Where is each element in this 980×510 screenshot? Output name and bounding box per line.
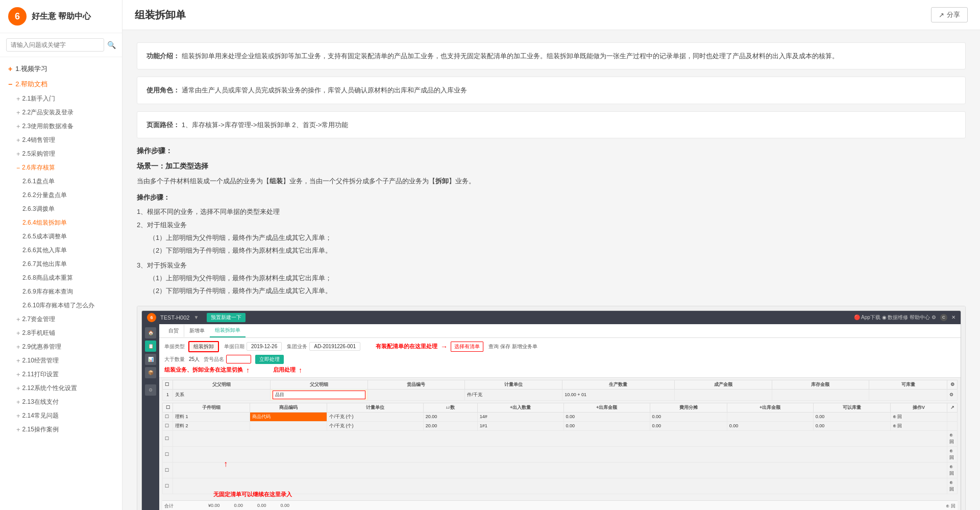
mock-lth-10: 操作V — [890, 403, 947, 412]
feature-intro-text: 组装拆卸单用来处理企业组装或拆卸等加工业务，支持有固定装配清单的产品加工业务，也… — [182, 52, 839, 60]
mock-th-8: 可库量 — [869, 380, 947, 389]
expand-icon: + — [16, 371, 20, 378]
logo-bar: 6 好生意 帮助中心 — [0, 0, 122, 33]
annotation-arrow-2: ↑ — [246, 366, 250, 374]
role-label: 使用角色： — [146, 86, 180, 94]
mock-tab-home: 自贸 — [163, 325, 184, 337]
sidebar-item-2-9[interactable]: + 2.9优惠券管理 — [0, 340, 122, 354]
mock-td-cb: 1 — [163, 389, 173, 400]
mock-ltd2-op1: ⊕ 回 — [890, 421, 947, 430]
ops-steps-title: 操作步骤： — [137, 147, 966, 156]
sidebar-leaf-2-6-5[interactable]: 2.6.5成本调整单 — [0, 230, 122, 244]
expand-icon: + — [16, 136, 20, 144]
mock-td-1: 关系 — [173, 389, 271, 400]
mock-ltd4-cb: ☐ — [163, 446, 173, 462]
share-button[interactable]: ↗ 分享 — [931, 7, 968, 22]
search-bar: 🔍 — [0, 33, 122, 57]
mock-avatar: C — [940, 314, 947, 321]
mock-table-area: ☐ 父父明细 父父明细 货品编号 计量单位 生产数量 成产金额 库存金额 — [159, 378, 961, 510]
mock-ltd-avail: 0.00 — [813, 412, 890, 421]
sidebar-item-label: 2.5采购管理 — [22, 150, 56, 158]
sidebar-leaf-2-6-4[interactable]: 2.6.4组装拆卸单 — [0, 216, 122, 230]
mock-sidebar-icon-1: 🏠 — [145, 327, 156, 338]
mock-lth-8: +出库金额 — [727, 403, 813, 412]
sidebar-item-2-15[interactable]: + 2.15操作案例 — [0, 423, 122, 436]
sidebar-item-label: 2.12系统个性化设置 — [22, 384, 77, 393]
sidebar-leaf-2-6-8[interactable]: 2.6.8商品成本重算 — [0, 271, 122, 285]
sidebar-item-2-13[interactable]: + 2.13在线支付 — [0, 395, 122, 409]
mock-date-value: 2019-12-26 — [247, 342, 282, 351]
mock-ltd5-cb: ☐ — [163, 462, 173, 478]
sidebar-leaf-2-6-3[interactable]: 2.6.3调拨单 — [0, 202, 122, 216]
mock-lower-section: ☐ 子件明细 商品编码 计量单位 ㄩ数 +出入数量 +出库金额 — [162, 403, 958, 494]
mock-ltd2-unit: 个/千克 (个) — [327, 421, 423, 430]
mock-ltd3-op: ⊕ 回 — [947, 430, 958, 446]
mock-td-4: 件/千克 — [465, 389, 562, 400]
mock-sidebar-icon-3: 📊 — [145, 354, 156, 365]
sidebar-item-2-12[interactable]: + 2.12系统个性化设置 — [0, 381, 122, 395]
sidebar-item-video[interactable]: + 1.视频学习 — [0, 61, 122, 77]
mock-ltd2-op2 — [947, 421, 958, 430]
sidebar-item-2-1[interactable]: + 2.1新手入门 — [0, 92, 122, 106]
sidebar-leaf-2-6-7[interactable]: 2.6.7其他出库单 — [0, 257, 122, 271]
feature-intro-block: 功能介绍： 组装拆卸单用来处理企业组装或拆卸等加工业务，支持有固定装配清单的产品… — [137, 42, 966, 69]
sidebar-item-2-14[interactable]: + 2.14常见问题 — [0, 409, 122, 423]
mock-version: ▼ — [193, 314, 199, 320]
mock-goods-input — [226, 355, 251, 363]
sidebar-item-2-11[interactable]: + 2.11打印设置 — [0, 368, 122, 381]
mock-td-8 — [869, 389, 947, 400]
mock-ltd6-op: ⊕ 回 — [947, 478, 958, 494]
sidebar-item-2-7[interactable]: + 2.7资金管理 — [0, 312, 122, 326]
step-2-sub2: （2）下部明细为子件明细，最终作为原材料生成其它出库单。 — [137, 245, 966, 257]
role-block: 使用角色： 通常由生产人员或库管人员完成拆装业务的操作，库管人员确认原材料的出库… — [137, 77, 966, 104]
sidebar-leaf-2-6-10[interactable]: 2.6.10库存账本错了怎么办 — [0, 299, 122, 312]
step-3-sub1: （1）上部明细为父件明细，最终作为原材料生成其它出库单； — [137, 272, 966, 285]
table-row: ☐ ⊕ 回 — [163, 446, 958, 462]
sidebar-item-2-2[interactable]: + 2.2产品安装及登录 — [0, 106, 122, 119]
table-row: ☐ 理料 1 商品代码 个/千克 (个) 20.00 14# 0.00 — [163, 412, 958, 421]
sidebar-leaf-2-6-9[interactable]: 2.6.9库存账本查询 — [0, 285, 122, 299]
mock-logo: 6 — [147, 313, 156, 322]
expand-icon: + — [16, 398, 20, 406]
sidebar-item-docs[interactable]: − 2.帮助文档 — [0, 77, 122, 92]
mock-td-6 — [674, 389, 772, 400]
sidebar-item-2-3[interactable]: + 2.3使用前数据准备 — [0, 119, 122, 133]
annotation-text-4: 无固定清单可以继续在这里录入 — [213, 491, 292, 498]
sidebar-leaf-2-6-6[interactable]: 2.6.6其他入库单 — [0, 244, 122, 257]
sidebar-leaf-2-6-1[interactable]: 2.6.1盘点单 — [0, 175, 122, 188]
logo-text: 好生意 帮助中心 — [32, 11, 91, 22]
mock-id-field: 集团业务 AD-20191226-001 — [287, 342, 360, 351]
path-block: 页面路径： 1、库存核算->库存管理->组装拆卸单 2、首页->常用功能 — [137, 111, 966, 138]
sidebar-item-2-5[interactable]: + 2.5采购管理 — [0, 147, 122, 161]
table-row: ☐ 理料 2 个/千克 (个) 20.00 1#1 0.00 — [163, 421, 958, 430]
sidebar-item-2-8[interactable]: + 2.8手机旺铺 — [0, 326, 122, 340]
mock-ltd-code: 商品代码 — [250, 412, 327, 421]
mock-th-7: 库存金额 — [772, 380, 869, 389]
mock-goods-label: 货号品名 — [204, 356, 224, 363]
sidebar-item-label: 2.7资金管理 — [22, 315, 56, 324]
search-input[interactable] — [6, 38, 104, 52]
sidebar-item-2-4[interactable]: + 2.4销售管理 — [0, 133, 122, 147]
mock-upper-table: ☐ 父父明细 父父明细 货品编号 计量单位 生产数量 成产金额 库存金额 — [162, 380, 958, 401]
step-2-sub1: （1）上部明细为父件明细，最终作为产成品生成其它入库单； — [137, 232, 966, 245]
search-button[interactable]: 🔍 — [107, 41, 116, 49]
mock-td-ops: ⚙ — [947, 389, 958, 400]
scenario-1-title: 场景一：加工类型选择 — [137, 162, 966, 171]
scenario-1-desc: 当由多个子件材料组装成一个成品的业务为【组装】业务，当由一个父件拆分成多个子产品… — [137, 175, 966, 188]
mock-lth-exp: ↗ — [947, 403, 958, 412]
mock-th-ops: ⚙ — [947, 380, 958, 389]
page-title: 组装拆卸单 — [135, 8, 186, 22]
sidebar-leaf-2-6-2[interactable]: 2.6.2分量盘点单 — [0, 188, 122, 202]
sidebar-item-2-6[interactable]: − 2.6库存核算 — [0, 161, 122, 175]
step-1-text: 1、根据不同的业务，选择不同单据的类型来处理 — [137, 207, 966, 216]
mock-lower-table: ☐ 子件明细 商品编码 计量单位 ㄩ数 +出入数量 +出库金额 — [162, 403, 958, 494]
expand-icon: + — [16, 109, 20, 116]
sidebar-item-2-10[interactable]: + 2.10经营管理 — [0, 354, 122, 368]
mock-th-2: 父父明细 — [270, 380, 368, 389]
mock-footer-v4: 0.00 — [281, 503, 290, 509]
mock-ltd-qty: 20.00 — [423, 412, 477, 421]
mock-ltd2-alloc: 0.00 — [650, 421, 727, 430]
mock-td-7 — [772, 389, 869, 400]
screenshot-container: 6 TEST-H002 ▼ 预置新建一下 🔴 App下载 ◉ 数据维修 帮助中心… — [137, 306, 966, 510]
mock-lth-cb: ☐ — [163, 403, 173, 412]
